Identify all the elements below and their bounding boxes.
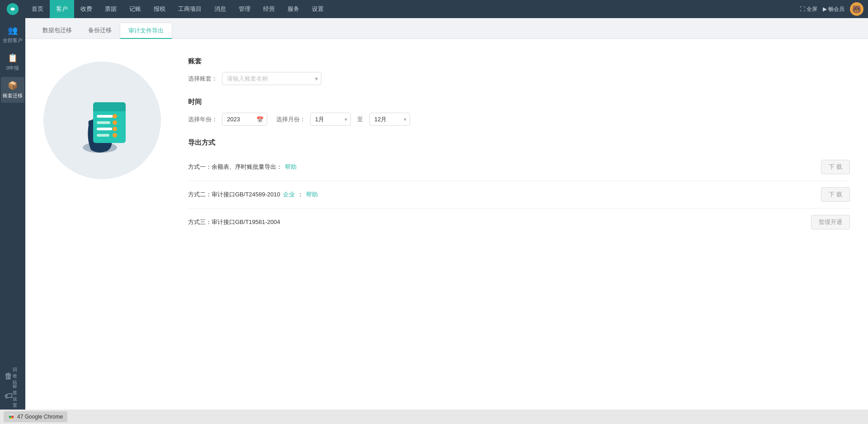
recycle-icon: 🗑: [5, 372, 13, 381]
tab-backup-migration[interactable]: 备份迁移: [80, 22, 120, 38]
sidebar-item-migration[interactable]: 📦 账套迁移: [1, 77, 24, 103]
export-method-2-help[interactable]: 帮助: [306, 191, 318, 199]
nav-settings[interactable]: 设置: [306, 0, 330, 18]
tag-label: 标签设置: [13, 383, 21, 409]
zero-declare-icon: 📋: [8, 53, 18, 63]
nav-bizproject[interactable]: 工商项目: [172, 0, 208, 18]
month-end-wrapper: 1月2月3月4月 5月6月7月8月 9月10月11月 12月: [369, 113, 410, 126]
month-end-select[interactable]: 1月2月3月4月 5月6月7月8月 9月10月11月 12月: [369, 113, 410, 126]
nav-message[interactable]: 消息: [208, 0, 232, 18]
chrome-icon: [8, 414, 14, 420]
tab-audit-export[interactable]: 审计文件导出: [120, 23, 172, 39]
content-area: 数据包迁移 备份迁移 审计文件导出: [25, 18, 868, 410]
nav-service[interactable]: 服务: [281, 0, 306, 18]
illustration-svg: [66, 80, 138, 161]
year-input[interactable]: [222, 113, 267, 126]
accounts-select-wrapper: ▾: [222, 72, 321, 85]
export-row-2: 方式二：审计接口GB/T24589-2010 企业 ： 帮助 下 载: [188, 181, 850, 209]
recycle-label: 回收站: [13, 367, 21, 386]
export-method-2-company[interactable]: 企业: [283, 191, 295, 199]
time-section: 时间 选择年份： 📅 选择月份： 1月2月3月4月 5月6月7月8月: [188, 98, 850, 126]
fullscreen-button[interactable]: ⛶ 全屏: [800, 5, 817, 13]
sidebar-label-migration: 账套迁移: [3, 92, 23, 99]
sidebar: 👥 全部客户 📋 0申报 📦 账套迁移 🗑 回收站 🏷 标签设置: [0, 18, 25, 410]
accounts-section-title: 账套: [188, 57, 850, 66]
svg-point-9: [113, 114, 117, 119]
nav-fee[interactable]: 收费: [74, 0, 99, 18]
sidebar-item-tag-settings[interactable]: 🏷 标签设置: [5, 388, 21, 404]
svg-point-10: [113, 120, 117, 125]
vip-button[interactable]: ▶ 畅会员: [823, 5, 844, 13]
svg-point-12: [113, 133, 117, 138]
logo: [5, 1, 21, 17]
export-row-2-text: 方式二：审计接口GB/T24589-2010 企业 ： 帮助: [188, 191, 318, 199]
export-row-1-text: 方式一：余额表、序时账批量导出： 帮助: [188, 163, 297, 171]
sidebar-item-zero-declare[interactable]: 📋 0申报: [1, 49, 24, 75]
nav-manage[interactable]: 管理: [232, 0, 257, 18]
export-method-1-help[interactable]: 帮助: [285, 163, 297, 171]
export-method-2-colon: ：: [297, 191, 303, 199]
accounts-input[interactable]: [222, 72, 321, 85]
nav-invoice[interactable]: 票据: [99, 0, 123, 18]
tab-data-migration[interactable]: 数据包迁移: [34, 22, 80, 38]
accounts-label: 选择账套：: [188, 75, 217, 83]
fullscreen-label: 全屏: [807, 5, 817, 13]
export-method-1-label: 方式一：余额表、序时账批量导出：: [188, 163, 282, 171]
export-method-3-open-btn[interactable]: 暂缓开通: [811, 215, 850, 229]
svg-point-11: [113, 127, 117, 131]
sidebar-item-all-customers[interactable]: 👥 全部客户: [1, 22, 24, 48]
svg-rect-7: [97, 128, 112, 130]
migration-icon: 📦: [8, 81, 18, 91]
main-layout: 👥 全部客户 📋 0申报 📦 账套迁移 🗑 回收站 🏷 标签设置 数据包迁移: [0, 18, 868, 410]
nav-items: 首页 客户 收费 票据 记账 报税 工商项目 消息 管理 经营 服务 设置: [25, 0, 800, 18]
export-method-2-download-btn[interactable]: 下 载: [821, 187, 850, 202]
top-nav-right: ⛶ 全屏 ▶ 畅会员 🐻: [800, 2, 863, 16]
taskbar-chrome-item[interactable]: 47 Google Chrome: [4, 411, 67, 422]
sidebar-label-zero-declare: 0申报: [6, 65, 19, 71]
all-customers-icon: 👥: [8, 25, 18, 35]
export-section: 导出方式 方式一：余额表、序时账批量导出： 帮助 下 载 方式二：审计接口GB/…: [188, 138, 850, 236]
time-form-row: 选择年份： 📅 选择月份： 1月2月3月4月 5月6月7月8月 9月10月11月…: [188, 113, 850, 126]
vip-icon: ▶: [823, 6, 827, 12]
accounts-form-row: 选择账套： ▾: [188, 72, 850, 85]
nav-bookkeeping[interactable]: 记账: [123, 0, 147, 18]
nav-customer[interactable]: 客户: [50, 0, 74, 18]
month-start-select[interactable]: 1月2月3月4月 5月6月7月8月 9月10月11月12月: [310, 113, 351, 126]
vip-label: 畅会员: [828, 5, 844, 13]
sidebar-label-all-customers: 全部客户: [3, 37, 23, 44]
nav-home[interactable]: 首页: [25, 0, 50, 18]
nav-operate[interactable]: 经营: [257, 0, 281, 18]
export-row-3: 方式三：审计接口GB/T19581-2004 暂缓开通: [188, 209, 850, 236]
month-label: 选择月份：: [276, 115, 306, 124]
sidebar-item-recycle[interactable]: 🗑 回收站: [5, 368, 21, 384]
nav-tax[interactable]: 报税: [147, 0, 172, 18]
time-section-title: 时间: [188, 98, 850, 106]
svg-rect-5: [97, 115, 113, 118]
illustration-circle: [43, 62, 161, 179]
year-label: 选择年份：: [188, 115, 217, 124]
export-method-1-download-btn[interactable]: 下 载: [821, 160, 850, 174]
export-method-3-label: 方式三：审计接口GB/T19581-2004: [188, 218, 280, 226]
fullscreen-icon: ⛶: [800, 6, 805, 12]
export-section-title: 导出方式: [188, 138, 850, 147]
month-start-wrapper: 1月2月3月4月 5月6月7月8月 9月10月11月12月: [310, 113, 351, 126]
taskbar: 47 Google Chrome: [0, 410, 868, 424]
accounts-section: 账套 选择账套： ▾: [188, 57, 850, 85]
svg-rect-4: [93, 109, 126, 111]
time-separator: 至: [357, 115, 363, 124]
svg-rect-8: [97, 134, 109, 137]
taskbar-chrome-label: 47 Google Chrome: [17, 414, 63, 420]
form-area: 账套 选择账套： ▾ 时间 选择年份：: [188, 52, 850, 396]
tag-icon: 🏷: [5, 391, 13, 401]
avatar[interactable]: 🐻: [850, 2, 863, 16]
export-row-3-text: 方式三：审计接口GB/T19581-2004: [188, 218, 280, 226]
svg-rect-6: [97, 121, 110, 124]
tabs-bar: 数据包迁移 备份迁移 审计文件导出: [25, 18, 868, 39]
sidebar-bottom: 🗑 回收站 🏷 标签设置: [5, 368, 21, 410]
export-method-2-label: 方式二：审计接口GB/T24589-2010: [188, 191, 280, 199]
illustration-area: [43, 52, 161, 396]
page-content: 账套 选择账套： ▾ 时间 选择年份：: [25, 39, 868, 410]
year-input-wrapper: 📅: [222, 113, 267, 126]
top-nav: 首页 客户 收费 票据 记账 报税 工商项目 消息 管理 经营 服务 设置 ⛶ …: [0, 0, 868, 18]
export-row-1: 方式一：余额表、序时账批量导出： 帮助 下 载: [188, 153, 850, 181]
